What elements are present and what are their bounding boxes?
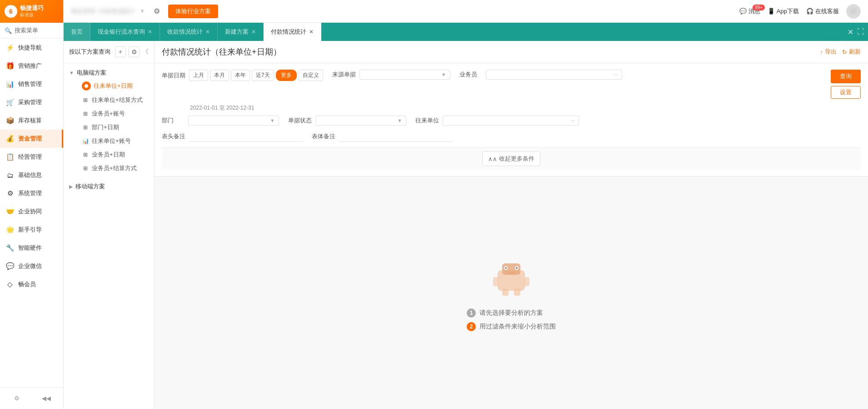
dept-select[interactable]: ▼ bbox=[188, 116, 279, 126]
tab-close-cash-bank[interactable]: ✕ bbox=[148, 29, 152, 35]
date-range-display: 2022-01-01 至 2022-12-31 bbox=[162, 104, 861, 116]
user-avatar[interactable]: Rit bbox=[846, 4, 861, 19]
guide-icon: 🌟 bbox=[5, 225, 15, 234]
scheme-item-agent-date[interactable]: ⊞ 业务员+日期 bbox=[69, 148, 149, 162]
export-icon: ↑ bbox=[820, 49, 823, 56]
agent-dots: ··· bbox=[614, 72, 618, 77]
tab-bar: 首页 现金银行流水查询 ✕ 收款情况统计 ✕ 新建方案 ✕ 付款情况统计 ✕ ✕… bbox=[64, 23, 868, 41]
tab-collection[interactable]: 收款情况统计 ✕ bbox=[160, 23, 218, 41]
sidebar-settings-btn[interactable]: ⚙ bbox=[5, 392, 30, 404]
close-all-tabs-btn[interactable]: ✕ bbox=[848, 28, 853, 36]
desktop-schemes-group: ▼ 电脑端方案 往来单位+日期 ⊞ 往来单位+结算方式 ⊞ 业务员+账号 bbox=[64, 63, 154, 177]
sidebar-item-sales[interactable]: 📊 销售管理 bbox=[0, 75, 63, 93]
filter-row-2: 部门 ▼ 单据状态 ▼ 往来单位 bbox=[162, 116, 861, 126]
tab-cash-bank[interactable]: 现金银行流水查询 ✕ bbox=[90, 23, 160, 41]
filter-settings-btn[interactable]: 设置 bbox=[831, 86, 861, 99]
scheme-item-counterpart-date[interactable]: 往来单位+日期 bbox=[69, 79, 149, 93]
tab-home[interactable]: 首页 bbox=[64, 23, 90, 41]
notification-btn[interactable]: 💬 消息 99+ bbox=[739, 7, 760, 15]
purchase-icon: 🛒 bbox=[5, 98, 15, 107]
sidebar-item-member[interactable]: ◇ 畅会员 bbox=[0, 275, 63, 293]
date-btn-more[interactable]: 更多 bbox=[276, 70, 297, 81]
refresh-icon: ↻ bbox=[842, 49, 847, 56]
tab-close-collection[interactable]: ✕ bbox=[205, 29, 210, 35]
expand-tab-btn[interactable]: ⛶ bbox=[857, 28, 864, 36]
table-icon-4: ⊞ bbox=[82, 151, 89, 158]
scheme-item-counterpart-settlement[interactable]: ⊞ 往来单位+结算方式 bbox=[69, 93, 149, 107]
sidebar-item-system[interactable]: ⚙ 系统管理 bbox=[0, 184, 63, 202]
scheme-item-agent-account[interactable]: ⊞ 业务员+账号 bbox=[69, 107, 149, 121]
sidebar-item-basic-info[interactable]: 🗂 基础信息 bbox=[0, 166, 63, 184]
app-download-btn[interactable]: 📱 App下载 bbox=[768, 7, 799, 15]
scheme-item-counterpart-account[interactable]: 📊 往来单位+账号 bbox=[69, 134, 149, 148]
tab-payment[interactable]: 付款情况统计 ✕ bbox=[264, 23, 321, 41]
mobile-schemes-group: ▶ 移动端方案 bbox=[64, 177, 154, 194]
tab-new-scheme[interactable]: 新建方案 ✕ bbox=[218, 23, 264, 41]
mobile-arrow-icon: ▶ bbox=[69, 184, 73, 190]
body-note-input[interactable] bbox=[339, 131, 453, 142]
bill-status-select[interactable]: ▼ bbox=[315, 116, 406, 126]
source-select[interactable]: ▼ bbox=[359, 70, 450, 80]
scheme-settings-btn[interactable]: ⚙ bbox=[129, 46, 140, 57]
panel-collapse-btn[interactable]: 《 bbox=[142, 48, 149, 56]
try-industry-btn[interactable]: 体验行业方案 bbox=[168, 5, 218, 18]
collapse-conditions-row: ∧∧ 收起更多条件 bbox=[162, 147, 861, 170]
online-service-btn[interactable]: 🎧 在线客服 bbox=[806, 7, 839, 15]
message-icon: 💬 bbox=[739, 8, 747, 15]
export-btn[interactable]: ↑ 导出 bbox=[820, 48, 837, 56]
collapse-up-icon: ∧∧ bbox=[488, 156, 497, 162]
sidebar: 6 畅捷通巧 标准版 🔍 搜索菜单 ⚡ 快捷导航 🎁 营销推广 📊 销售管理 🛒… bbox=[0, 0, 64, 409]
logo-icon: 6 bbox=[5, 5, 17, 18]
svg-rect-6 bbox=[508, 272, 515, 274]
agent-select[interactable]: ··· bbox=[486, 70, 622, 80]
source-chevron-icon: ▼ bbox=[441, 72, 446, 77]
search-icon: 🔍 bbox=[5, 27, 12, 34]
sidebar-item-marketing[interactable]: 🎁 营销推广 bbox=[0, 57, 63, 75]
sidebar-item-enterprise[interactable]: 🤝 企业协同 bbox=[0, 202, 63, 221]
add-scheme-btn[interactable]: ＋ bbox=[115, 46, 126, 57]
system-icon: ⚙ bbox=[5, 189, 15, 198]
filter-actions-col: 查询 设置 bbox=[831, 70, 861, 99]
svg-rect-9 bbox=[502, 288, 509, 296]
collapse-conditions-btn[interactable]: ∧∧ 收起更多条件 bbox=[482, 151, 540, 166]
sidebar-item-purchase[interactable]: 🛒 采购管理 bbox=[0, 93, 63, 111]
sidebar-item-operations[interactable]: 📋 经营管理 bbox=[0, 148, 63, 166]
body-note-filter: 表体备注 bbox=[312, 131, 453, 142]
date-btn-7days[interactable]: 近7天 bbox=[252, 70, 274, 81]
capital-icon: 💰 bbox=[5, 134, 15, 143]
sidebar-item-quick-nav[interactable]: ⚡ 快捷导航 bbox=[0, 39, 63, 57]
sidebar-collapse-btn[interactable]: ◀◀ bbox=[34, 392, 59, 404]
search-menu[interactable]: 🔍 搜索菜单 bbox=[0, 23, 63, 39]
scheme-panel-header: 按以下方案查询 ＋ ⚙ 《 bbox=[64, 41, 154, 63]
sidebar-item-wechat[interactable]: 💬 企业微信 bbox=[0, 257, 63, 275]
counterpart-select[interactable]: ··· bbox=[443, 116, 579, 126]
refresh-btn[interactable]: ↻ 刷新 bbox=[842, 48, 861, 56]
date-btn-this-month[interactable]: 本月 bbox=[210, 70, 229, 81]
page-title: 付款情况统计（往来单位+日期） bbox=[162, 46, 820, 57]
filter-row-1: 单据日期 上月 本月 本年 近7天 更多 自定义 来源单据 bbox=[162, 70, 861, 99]
sidebar-item-capital[interactable]: 💰 资金管理 bbox=[0, 130, 63, 148]
scheme-item-dept-date[interactable]: ⊞ 部门+日期 bbox=[69, 121, 149, 134]
sidebar-item-hardware[interactable]: 🔧 智能硬件 bbox=[0, 239, 63, 257]
hardware-icon: 🔧 bbox=[5, 243, 15, 252]
sidebar-item-inventory[interactable]: 📦 库存核算 bbox=[0, 111, 63, 130]
scheme-panel-actions: ＋ ⚙ 《 bbox=[115, 46, 149, 57]
tab-close-payment[interactable]: ✕ bbox=[309, 29, 314, 35]
empty-state-tips: 1 请先选择要分析的方案 2 用过滤条件来缩小分析范围 bbox=[467, 308, 556, 331]
mobile-schemes-title[interactable]: ▶ 移动端方案 bbox=[69, 181, 149, 192]
table-icon-5: ⊞ bbox=[82, 165, 89, 172]
quick-nav-icon: ⚡ bbox=[5, 43, 15, 52]
head-note-input[interactable] bbox=[189, 131, 303, 142]
member-icon: ◇ bbox=[5, 280, 15, 289]
query-btn[interactable]: 查询 bbox=[831, 70, 861, 83]
settings-gear-btn[interactable]: ⚙ bbox=[150, 5, 164, 18]
enterprise-icon: 🤝 bbox=[5, 207, 15, 216]
scheme-item-agent-settlement[interactable]: ⊞ 业务员+结算方式 bbox=[69, 162, 149, 175]
tab-close-new-scheme[interactable]: ✕ bbox=[251, 29, 256, 35]
date-btn-custom[interactable]: 自定义 bbox=[299, 70, 323, 81]
tip-num-1: 1 bbox=[467, 308, 476, 318]
date-btn-last-month[interactable]: 上月 bbox=[189, 70, 208, 81]
sidebar-item-guide[interactable]: 🌟 新手引导 bbox=[0, 221, 63, 239]
desktop-schemes-title[interactable]: ▼ 电脑端方案 bbox=[69, 67, 149, 79]
date-btn-this-year[interactable]: 本年 bbox=[231, 70, 250, 81]
